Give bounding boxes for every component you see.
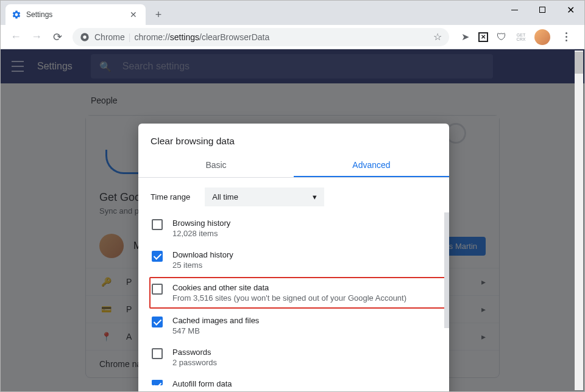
reload-button[interactable]: ⟳: [47, 28, 68, 46]
time-range-label: Time range: [151, 192, 190, 201]
svg-point-1: [83, 35, 86, 38]
time-range-select[interactable]: All time ▾: [205, 187, 324, 206]
item-cookies[interactable]: Cookies and other site data From 3,516 s…: [149, 277, 447, 309]
page-scrollbar[interactable]: [575, 51, 583, 390]
dialog-item-list: Browsing history 12,028 items Download h…: [138, 212, 449, 388]
back-button[interactable]: ←: [5, 28, 26, 46]
item-passwords[interactable]: Passwords 2 passwords: [149, 341, 447, 373]
forward-button[interactable]: →: [26, 28, 47, 46]
tab-close-icon[interactable]: ✕: [127, 10, 140, 19]
checkbox-browsing-history[interactable]: [152, 219, 163, 230]
chrome-icon: [80, 32, 90, 42]
address-url-prefix: chrome://: [134, 32, 169, 42]
maximize-button[interactable]: [528, 1, 556, 19]
chevron-down-icon: ▾: [313, 192, 317, 201]
browser-toolbar: ← → ⟳ Chrome | chrome://settings/clearBr…: [1, 25, 584, 49]
title-bar: Settings ✕ + ✕: [1, 1, 584, 25]
address-protocol: Chrome: [94, 32, 125, 42]
address-url-bold: settings: [170, 32, 199, 42]
checkbox-autofill[interactable]: [152, 380, 163, 385]
settings-gear-icon: [12, 10, 21, 19]
bookmark-star-icon[interactable]: ☆: [433, 31, 442, 43]
checkbox-download-history[interactable]: [152, 251, 163, 262]
dialog-scrollbar[interactable]: [444, 212, 449, 388]
extension-arrow-icon[interactable]: ➤: [459, 31, 471, 43]
profile-avatar[interactable]: [534, 29, 550, 45]
browser-menu-button[interactable]: [558, 32, 575, 41]
address-url-rest: /clearBrowserData: [199, 32, 269, 42]
item-autofill[interactable]: Autofill form data: [149, 373, 447, 388]
minimize-button[interactable]: [500, 1, 528, 19]
item-download-history[interactable]: Download history 25 items: [149, 244, 447, 276]
tab-basic[interactable]: Basic: [138, 154, 294, 177]
time-range-value: All time: [212, 192, 238, 201]
clear-browsing-data-dialog: Clear browsing data Basic Advanced Time …: [138, 124, 449, 391]
checkbox-cookies[interactable]: [152, 284, 163, 295]
close-button[interactable]: ✕: [556, 1, 584, 19]
extension-box-icon[interactable]: ✕: [478, 32, 488, 42]
new-tab-button[interactable]: +: [149, 5, 168, 24]
checkbox-cached-images[interactable]: [152, 317, 163, 327]
extension-get-crx-icon[interactable]: GET CRX: [515, 31, 527, 43]
address-bar[interactable]: Chrome | chrome://settings/clearBrowserD…: [73, 28, 449, 46]
browser-tab[interactable]: Settings ✕: [5, 4, 146, 25]
item-browsing-history[interactable]: Browsing history 12,028 items: [149, 212, 447, 244]
tab-title: Settings: [26, 10, 127, 19]
dialog-title: Clear browsing data: [138, 124, 449, 154]
page-content: Settings 🔍 Search settings People Get Go…: [1, 49, 584, 391]
item-cached-images[interactable]: Cached images and files 547 MB: [149, 310, 447, 341]
checkbox-passwords[interactable]: [152, 348, 163, 359]
tab-advanced[interactable]: Advanced: [294, 154, 449, 177]
extension-shield-icon[interactable]: 🛡: [495, 31, 508, 43]
window-controls: ✕: [500, 1, 584, 19]
